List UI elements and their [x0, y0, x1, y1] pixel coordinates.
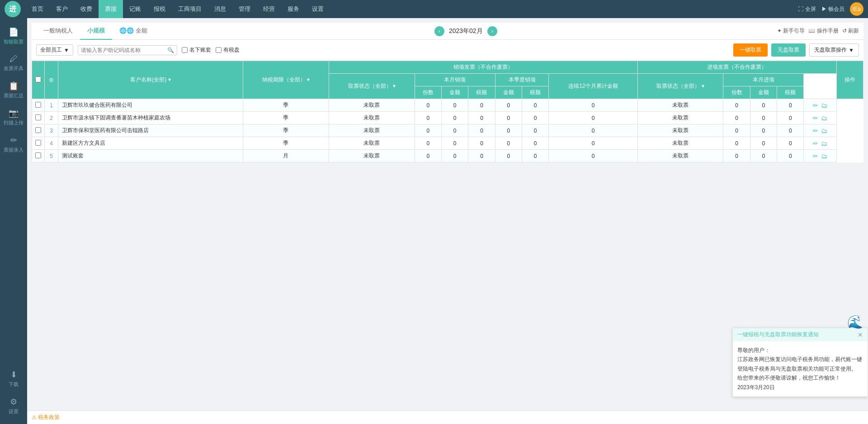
- nav-invoice[interactable]: 票据: [99, 0, 123, 18]
- tab-omnipotent[interactable]: 🌐 🌐 全能: [112, 23, 155, 40]
- row-checkbox[interactable]: [35, 127, 41, 133]
- nav-tax[interactable]: 报税: [147, 0, 172, 18]
- row-s-quarter-tax: 0: [522, 99, 549, 112]
- nav-home[interactable]: 首页: [25, 0, 50, 18]
- nav-settings[interactable]: 设置: [306, 0, 330, 18]
- left-sidebar: 📄 智能取票 🖊 发票开具 📋 票据汇总 📷 扫描上传 ✏ 票据录入 ⬇ 下载 …: [0, 18, 27, 424]
- row-num: 2: [45, 112, 58, 124]
- sidebar-item-invoice-entry[interactable]: ✏ 票据录入: [0, 131, 27, 158]
- nav-billing[interactable]: 收费: [74, 0, 99, 18]
- row-checkbox[interactable]: [35, 114, 41, 120]
- manual-link[interactable]: 📖 操作手册: [808, 27, 838, 35]
- nav-operation[interactable]: 经营: [257, 0, 281, 18]
- row-s-quarter-tax: 0: [522, 124, 549, 137]
- employee-select[interactable]: 全部员工 ▼: [36, 44, 73, 56]
- th-this-month-purchase: 本月进项: [723, 74, 804, 86]
- sidebar-item-invoice-summary[interactable]: 📋 票据汇总: [0, 76, 27, 104]
- row-customer: 卫辉市保和堂医药有限公司击辊路店: [58, 124, 243, 137]
- th-s-quarter-tax: 税额: [522, 86, 549, 99]
- row-s-month-shares: 0: [415, 99, 441, 112]
- search-input[interactable]: [81, 47, 167, 53]
- invoice-open-icon: 🖊: [9, 54, 18, 64]
- row-sales-status: 未取票: [329, 137, 415, 150]
- sidebar-item-invoice-open[interactable]: 🖊 发票开具: [0, 50, 27, 76]
- select-all-checkbox[interactable]: [35, 76, 41, 82]
- nav-customer[interactable]: 客户: [50, 0, 74, 18]
- th-s-quarter-amount: 金额: [495, 86, 522, 99]
- row-actions: ✏ 🗂: [804, 99, 836, 112]
- view-icon[interactable]: 🗂: [821, 152, 827, 160]
- next-month-button[interactable]: ›: [487, 26, 497, 36]
- employee-dropdown-icon: ▼: [64, 47, 69, 53]
- tab-small-scale[interactable]: 小规模: [80, 23, 112, 40]
- row-checkbox[interactable]: [35, 152, 41, 158]
- one-click-ticket-button[interactable]: 一键取票: [733, 43, 768, 57]
- no-disk-ops-button[interactable]: 无盘取票操作 ▼: [809, 43, 859, 57]
- sidebar-item-download[interactable]: ⬇ 下载: [0, 365, 27, 392]
- sidebar-item-settings[interactable]: ⚙ 设置: [0, 392, 27, 419]
- my-account-checkbox[interactable]: 名下账套: [182, 46, 211, 54]
- row-12month: 0: [549, 124, 637, 137]
- tax-policy-link[interactable]: 税务政策: [32, 414, 60, 421]
- has-tax-disk-label: 有税盘: [223, 46, 240, 54]
- row-p-month-amount: 0: [750, 99, 777, 112]
- member-button[interactable]: ▶ 畅会员: [821, 5, 844, 13]
- refresh-link[interactable]: ↺ 刷新: [842, 27, 859, 35]
- my-account-checkbox-input[interactable]: [182, 47, 188, 53]
- row-num: 4: [45, 137, 58, 150]
- row-s-quarter-amount: 0: [495, 99, 522, 112]
- no-disk-ticket-button[interactable]: 无盘取票: [771, 43, 806, 57]
- nav-manage[interactable]: 管理: [232, 0, 257, 18]
- nav-business[interactable]: 工商项目: [172, 0, 208, 18]
- view-icon[interactable]: 🗂: [821, 127, 827, 134]
- new-guide-link[interactable]: ✦ 新手引导: [777, 27, 805, 35]
- invoice-table: ⚙ 客户名称(全部) ▾ 纳税期限（全部） ▾ 销项发票（不合作废票） 进项发票…: [32, 61, 863, 162]
- edit-icon[interactable]: ✏: [813, 114, 818, 122]
- row-s-quarter-amount: 0: [495, 124, 522, 137]
- table-row: 4 新建区方方文具店 季 未取票 0 0 0 0 0 0 未取票 0 0 0 ✏…: [32, 137, 863, 150]
- nav-bookkeeping[interactable]: 记账: [123, 0, 147, 18]
- nav-message[interactable]: 消息: [208, 0, 232, 18]
- th-p-month-amount: 金额: [750, 86, 777, 99]
- row-s-month-shares: 0: [415, 150, 441, 162]
- view-icon[interactable]: 🗂: [821, 102, 827, 109]
- search-icon[interactable]: 🔍: [167, 47, 174, 53]
- row-s-month-tax: 0: [468, 124, 495, 137]
- table-row: 3 卫辉市保和堂医药有限公司击辊路店 季 未取票 0 0 0 0 0 0 未取票…: [32, 124, 863, 137]
- view-icon[interactable]: 🗂: [821, 114, 827, 122]
- nav-menu: 首页 客户 收费 票据 记账 报税 工商项目 消息 管理 经营 服务 设置: [25, 0, 798, 18]
- row-sales-status: 未取票: [329, 112, 415, 124]
- row-p-month-amount: 0: [750, 150, 777, 162]
- row-tax-period: 季: [243, 112, 329, 124]
- sidebar-item-scan-upload[interactable]: 📷 扫描上传: [0, 104, 27, 131]
- row-s-month-tax: 0: [468, 137, 495, 150]
- has-tax-disk-checkbox-input[interactable]: [216, 47, 222, 53]
- view-icon[interactable]: 🗂: [821, 140, 827, 147]
- notification-close-button[interactable]: ✕: [858, 331, 863, 338]
- sidebar-item-smart-ticket[interactable]: 📄 智能取票: [0, 23, 27, 50]
- edit-icon[interactable]: ✏: [813, 140, 818, 147]
- edit-icon[interactable]: ✏: [813, 152, 818, 160]
- row-checkbox[interactable]: [35, 102, 41, 108]
- row-customer: 卫辉市玖玖健合医药有限公司: [58, 99, 243, 112]
- dropdown-arrow-icon: ▼: [849, 47, 854, 53]
- row-checkbox[interactable]: [35, 140, 41, 146]
- row-s-month-amount: 0: [441, 112, 468, 124]
- fullscreen-button[interactable]: ⛶ 全屏: [798, 5, 816, 13]
- table-row: 5 测试账套 月 未取票 0 0 0 0 0 0 未取票 0 0 0 ✏ 🗂: [32, 150, 863, 162]
- table-row: 2 卫辉市汲水镇下固调查番薯苗木种植家庭农场 季 未取票 0 0 0 0 0 0…: [32, 112, 863, 124]
- avatar[interactable]: tEa: [850, 2, 863, 16]
- row-p-month-tax: 0: [777, 112, 804, 124]
- edit-icon[interactable]: ✏: [813, 127, 818, 134]
- notification-header: 一键报税与无盘取票功能恢复通知 ✕: [733, 328, 868, 341]
- app-logo: 进: [5, 1, 21, 17]
- tab-actions: ✦ 新手引导 📖 操作手册 ↺ 刷新: [777, 27, 859, 35]
- row-p-month-tax: 0: [777, 99, 804, 112]
- has-tax-disk-checkbox[interactable]: 有税盘: [216, 46, 240, 54]
- row-12month: 0: [549, 99, 637, 112]
- prev-month-button[interactable]: ‹: [434, 26, 444, 36]
- filter-bar: 全部员工 ▼ 🔍 名下账套 有税盘 一键取票 无盘取票 无盘取票操作 ▼: [32, 40, 863, 61]
- nav-service[interactable]: 服务: [281, 0, 306, 18]
- tab-general-taxpayer[interactable]: 一般纳税人: [36, 23, 80, 40]
- edit-icon[interactable]: ✏: [813, 102, 818, 109]
